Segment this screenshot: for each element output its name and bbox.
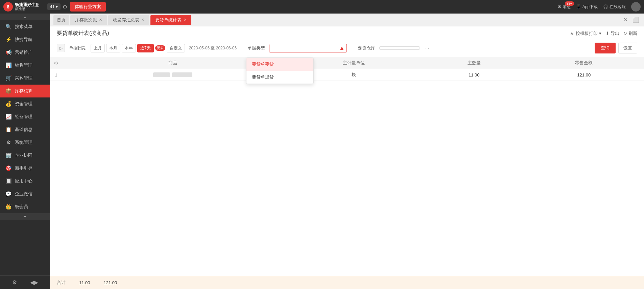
sidebar-item-finance[interactable]: 💰 资金管理 bbox=[0, 97, 50, 110]
type-dropdown: 要货单要货 要货单退货 bbox=[246, 58, 314, 84]
print-btn[interactable]: 🖨 按模板打印 ▾ bbox=[570, 30, 601, 37]
sidebar-item-appstore[interactable]: 🔲 应用中心 bbox=[0, 175, 50, 187]
data-table: ⚙ 商品 主计量单位 主数量 零售金额 1 bbox=[50, 57, 644, 81]
close-tab-receive-summary[interactable]: ✕ bbox=[141, 18, 144, 22]
refresh-icon: ↻ bbox=[623, 31, 627, 36]
sidebar-item-search[interactable]: 🔍 搜索菜单 bbox=[0, 20, 50, 33]
filter-actions: 查询 设置 bbox=[595, 43, 637, 53]
export-icon: ⬇ bbox=[605, 31, 609, 36]
version-select[interactable]: 41 ▾ bbox=[47, 3, 61, 10]
tab-home[interactable]: 首页 bbox=[53, 15, 69, 25]
topbar: 6 畅捷通好生意 标准版 41 ▾ ⚙ 体验行业方案 ✉ 消息 99+ 📱 Ap… bbox=[0, 0, 644, 14]
sidebar-scroll-up[interactable]: ▲ bbox=[0, 14, 50, 20]
sidebar-item-purchase[interactable]: 🛒 采购管理 bbox=[0, 72, 50, 85]
total-quantity: 11.00 bbox=[79, 280, 90, 285]
sidebar-item-enterprise[interactable]: 🏢 企业协同 bbox=[0, 149, 50, 162]
date-btn-last-7-days[interactable]: 近7天 bbox=[137, 44, 154, 52]
cart-icon: 🛒 bbox=[5, 75, 11, 81]
th-settings[interactable]: ⚙ bbox=[50, 57, 62, 69]
app-logo: 6 畅捷通好生意 标准版 bbox=[3, 2, 39, 12]
date-filter-btns: 上月 本月 本年 近7天 更多 自定义 bbox=[91, 44, 185, 52]
export-btn[interactable]: ⬇ 导出 bbox=[605, 30, 619, 37]
chart-icon: 📊 bbox=[5, 62, 11, 68]
type-chevron-up-icon[interactable]: ▲ bbox=[337, 45, 347, 51]
avatar[interactable] bbox=[631, 2, 641, 12]
gear-icon: ⚙ bbox=[5, 139, 11, 146]
box-icon: 📦 bbox=[5, 88, 11, 94]
target-icon: 🎯 bbox=[5, 165, 11, 171]
content-area: 首页 库存批次账 ✕ 收发存汇总表 ✕ 要货单统计表 ✕ ✕ ⬜ 要货单统计表(… bbox=[50, 14, 644, 289]
type-filter-wrap[interactable]: ▲ bbox=[269, 44, 347, 52]
settings-icon[interactable]: ⚙ bbox=[12, 279, 17, 286]
query-btn[interactable]: 查询 bbox=[595, 43, 616, 53]
dropdown-item-order-return[interactable]: 要货单退货 bbox=[246, 71, 313, 84]
sidebar-item-sales[interactable]: 📊 销售管理 bbox=[0, 59, 50, 72]
row-amount: 121.00 bbox=[524, 69, 644, 81]
warehouse-filter-label: 要货仓库 bbox=[358, 45, 375, 51]
page-header: 要货单统计表(按商品) 🖨 按模板打印 ▾ ⬇ 导出 ↻ 刷新 bbox=[50, 26, 644, 39]
logo-icon: 6 bbox=[3, 2, 13, 12]
th-amount: 零售金额 bbox=[524, 57, 644, 69]
crown-icon: 👑 bbox=[5, 204, 11, 210]
lightning-icon: ⚡ bbox=[5, 37, 11, 43]
total-label: 合计 bbox=[57, 280, 66, 286]
close-tab-inventory-batch[interactable]: ✕ bbox=[99, 18, 102, 22]
sidebar-bottom: ⚙ ◀▶ bbox=[0, 275, 50, 289]
message-icon: ✉ bbox=[558, 4, 561, 9]
sidebar-item-quick-nav[interactable]: ⚡ 快捷导航 bbox=[0, 33, 50, 46]
trend-icon: 📈 bbox=[5, 114, 11, 120]
type-filter-label: 单据类型 bbox=[247, 45, 265, 51]
sidebar-item-guide[interactable]: 🎯 新手引导 bbox=[0, 162, 50, 175]
tab-bar: 首页 库存批次账 ✕ 收发存汇总表 ✕ 要货单统计表 ✕ ✕ ⬜ bbox=[50, 14, 644, 26]
date-btn-this-year[interactable]: 本年 bbox=[122, 44, 136, 52]
tab-bar-actions: ✕ ⬜ bbox=[622, 15, 641, 24]
trial-btn[interactable]: 体验行业方案 bbox=[70, 2, 106, 12]
data-table-wrap: ⚙ 商品 主计量单位 主数量 零售金额 1 bbox=[50, 57, 644, 276]
date-more-badge: 更多 bbox=[155, 45, 165, 51]
wechat-icon: 💬 bbox=[5, 191, 11, 197]
gear-icon[interactable]: ⚙ bbox=[63, 4, 67, 10]
sidebar-item-marketing[interactable]: 📢 营销推广 bbox=[0, 46, 50, 59]
date-btn-this-month[interactable]: 本月 bbox=[106, 44, 120, 52]
date-btn-custom[interactable]: 自定义 bbox=[167, 44, 185, 52]
messages-btn[interactable]: ✉ 消息 99+ bbox=[558, 4, 571, 10]
settings-btn[interactable]: 设置 bbox=[618, 43, 637, 53]
collapse-icon[interactable]: ◀▶ bbox=[30, 279, 38, 286]
sidebar-item-member[interactable]: 👑 畅会员 bbox=[0, 200, 50, 213]
topbar-right: ✉ 消息 99+ 📱 App下载 🎧 在线客服 bbox=[558, 2, 641, 12]
chevron-down-icon: ▾ bbox=[56, 4, 58, 9]
table-footer: 合计 11.00 121.00 bbox=[50, 276, 644, 289]
tab-receive-summary[interactable]: 收发存汇总表 ✕ bbox=[108, 15, 149, 25]
close-tab-order-summary[interactable]: ✕ bbox=[184, 18, 187, 22]
print-icon: 🖨 bbox=[570, 31, 574, 36]
expand-tabs-btn[interactable]: ⬜ bbox=[631, 15, 641, 24]
tab-order-summary[interactable]: 要货单统计表 ✕ bbox=[150, 15, 191, 25]
megaphone-icon: 📢 bbox=[5, 49, 11, 55]
refresh-btn[interactable]: ↻ 刷新 bbox=[623, 30, 637, 37]
search-icon: 🔍 bbox=[5, 24, 11, 30]
table-row: 1 块 11.00 121.00 bbox=[50, 69, 644, 81]
dropdown-item-order-goods[interactable]: 要货单要货 bbox=[246, 58, 313, 71]
date-range-text: 2023-05-06 至 2023-06-06 bbox=[189, 45, 237, 51]
warehouse-filter-input[interactable] bbox=[379, 46, 420, 50]
headset-icon: 🎧 bbox=[603, 4, 608, 9]
sidebar-item-basic[interactable]: 📋 基础信息 bbox=[0, 123, 50, 136]
sidebar-item-inventory[interactable]: 📦 库存核算 bbox=[0, 85, 50, 97]
filter-expand-btn[interactable]: ▷ bbox=[57, 44, 65, 52]
sidebar-item-wechat[interactable]: 💬 企业微信 bbox=[0, 187, 50, 200]
filter-more-btn[interactable]: ··· bbox=[425, 46, 429, 51]
page-title: 要货单统计表(按商品) bbox=[57, 30, 109, 37]
online-service-btn[interactable]: 🎧 在线客服 bbox=[603, 4, 626, 10]
tab-inventory-batch[interactable]: 库存批次账 ✕ bbox=[70, 15, 107, 25]
date-btn-last-month[interactable]: 上月 bbox=[91, 44, 105, 52]
version-select-wrap[interactable]: 41 ▾ ⚙ bbox=[47, 3, 67, 10]
type-filter-input[interactable] bbox=[269, 44, 337, 52]
th-quantity: 主数量 bbox=[424, 57, 524, 69]
sidebar-item-operations[interactable]: 📈 经营管理 bbox=[0, 110, 50, 123]
print-chevron-icon: ▾ bbox=[599, 31, 601, 36]
app-download-btn[interactable]: 📱 App下载 bbox=[576, 4, 598, 10]
close-all-tabs-btn[interactable]: ✕ bbox=[622, 15, 629, 24]
sidebar-item-system[interactable]: ⚙ 系统管理 bbox=[0, 136, 50, 149]
company-info: 畅捷通好生意 标准版 bbox=[15, 2, 39, 11]
sidebar-scroll-down[interactable]: ▼ bbox=[0, 213, 50, 220]
